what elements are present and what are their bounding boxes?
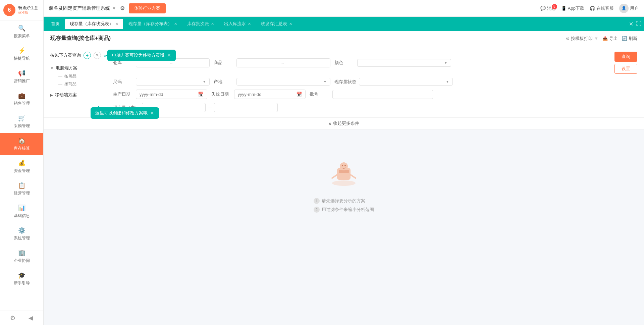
tab-collect-summary[interactable]: 收发存汇总表 ✕ [256,19,297,29]
sidebar-item-enterprise[interactable]: 🏢 企业协同 [0,245,43,268]
color-select[interactable]: ▼ [357,59,451,67]
user-avatar: 👤 [619,4,629,13]
goods-select[interactable]: ··· [236,58,330,67]
scheme-tooltip-text: 电脑方案可设为移动方案哦 [112,52,164,58]
basic-icon: 📊 [18,204,25,212]
sidebar-item-purchase[interactable]: 🛒 采购管理 [0,110,43,133]
header-settings-icon[interactable]: ⚙ [120,5,125,11]
sidebar-item-operations[interactable]: 📋 经营管理 [0,178,43,200]
collapse-label: 收起更多条件 [333,120,359,126]
tab-inventory-status[interactable]: 现存量（库存状况表） ✕ [65,19,123,29]
industry-btn[interactable]: 体验行业方案 [129,3,166,13]
main-content: 装备及固定资产辅助管理系统 ▼ ⚙ 体验行业方案 💬 消息 8 📱 App下载 [44,0,644,325]
scheme-tooltip-close[interactable]: ✕ [167,53,171,58]
system-title-select[interactable]: 装备及固定资产辅助管理系统 ▼ [49,5,116,11]
search-btn[interactable]: 查询 [614,52,637,62]
stock-main-end[interactable] [214,103,278,112]
tree-triangle-icon: ▼ [50,66,54,70]
tab-home[interactable]: 首页 [46,19,64,29]
edit-tooltip-close[interactable]: ✕ [150,110,154,116]
batch-no-input[interactable] [332,90,433,99]
tab-close-collect-summary[interactable]: ✕ [289,22,292,26]
scheme-tooltip: 电脑方案可设为移动方案哦 ✕ [107,50,176,61]
size-select[interactable]: ▼ [136,78,210,86]
settings-bottom-icon[interactable]: ⚙ [10,314,15,322]
user-label: 用户 [630,5,639,11]
collapse-btn[interactable]: ∧ 收起更多条件 [328,120,359,126]
tab-close-all-icon[interactable]: ✕ [629,21,633,27]
tab-maximize-icon[interactable]: ⛶ [636,21,641,27]
system-title: 装备及固定资产辅助管理系统 [49,5,110,11]
tab-close-inventory-status[interactable]: ✕ [115,22,118,26]
sub-dot: — [58,74,62,79]
export-btn[interactable]: 📤 导出 [602,36,618,42]
refresh-btn[interactable]: 🔄 刷新 [622,36,637,42]
filter-add-btn[interactable]: + [84,52,91,59]
tab-bar-actions: ✕ ⛶ [629,21,641,27]
scheme-mobile[interactable]: ▶ 移动端方案 [50,91,106,99]
sidebar-item-sales[interactable]: 💼 销售管理 [0,88,43,110]
empty-illustration [327,156,361,190]
sidebar-item-finance[interactable]: 💰 资金管理 [0,155,43,178]
online-support-btn[interactable]: 🎧 在线客服 [590,5,614,11]
stock-status-label: 现存量状态 [334,79,356,85]
expire-date-icon[interactable]: 📅 [296,92,302,97]
scheme-sub-anzhaopin[interactable]: — 按照品 [50,72,106,80]
tab-close-batch-account[interactable]: ✕ [211,22,214,26]
produce-date-start[interactable] [140,92,196,97]
collapse-sidebar-icon[interactable]: ◀ [29,314,33,322]
sidebar-item-inventory[interactable]: 🏠 库存核算 [0,133,43,155]
sidebar-item-basic[interactable]: 📊 基础信息 [0,200,43,223]
produce-date-input[interactable]: 📅 [136,90,207,99]
origin-arrow: ▼ [323,80,327,84]
print-btn[interactable]: 🖨 按模板打印 ▼ [565,36,598,42]
app-download-label: App下载 [568,5,584,11]
tab-close-in-out-flow[interactable]: ✕ [248,22,251,26]
top-header: 装备及固定资产辅助管理系统 ▼ ⚙ 体验行业方案 💬 消息 8 📱 App下载 [44,0,644,17]
sub-dot: — [58,82,62,87]
scheme-desktop[interactable]: ▼ 电脑端方案 [50,64,106,72]
sidebar-item-label: 搜索菜单 [14,33,30,39]
quicknav-icon: ⚡ [18,47,25,54]
online-support-label: 在线客服 [596,5,614,11]
sidebar-item-label: 企业协同 [14,258,30,264]
filter-row-3: 生产日期 📅 失效日期 [113,90,637,99]
user-btn[interactable]: 👤 用户 [619,4,639,13]
logo-badge: 标准版 [18,10,38,15]
tab-in-out-flow[interactable]: 出入库流水 ✕ [219,19,256,29]
sidebar-item-search[interactable]: 🔍 搜索菜单 [0,20,43,43]
expire-date-label: 失效日期 [211,91,231,97]
tab-label: 现存量（库存状况表） [70,21,113,27]
sidebar-item-label: 销售管理 [14,101,30,106]
finance-icon: 💰 [18,159,25,167]
batch-no-field[interactable] [336,92,429,97]
refresh-label: 刷新 [629,36,637,42]
stock-main-end-field[interactable] [218,105,274,110]
sidebar-item-system[interactable]: ⚙️ 系统管理 [0,223,43,245]
stock-status-select[interactable]: ▼ [359,78,453,86]
tab-inventory-dist[interactable]: 现存量（库存分布表） ✕ [124,19,182,29]
sidebar-item-label: 采购管理 [14,123,30,129]
origin-select[interactable]: ▼ [236,78,330,86]
svg-line-6 [332,175,337,178]
scheme-sub-anshangpin[interactable]: — 按商品 [50,80,106,88]
sidebar-item-marketing[interactable]: 📢 营销推广 [0,65,43,88]
sidebar-item-quicknav[interactable]: ⚡ 快捷导航 [0,43,43,65]
sidebar-item-guide[interactable]: 🎓 新手引导 [0,268,43,290]
tab-close-inventory-dist[interactable]: ✕ [174,22,177,26]
notification-wrap: 💬 消息 8 [540,5,556,11]
app-download-btn[interactable]: 📱 App下载 [561,5,584,11]
expire-date-input[interactable]: 📅 [234,90,306,99]
filter-edit-btn[interactable]: ✎ [94,52,101,59]
color-arrow: ▼ [444,61,447,65]
filter-item-batch-no: 批号 [310,90,433,99]
empty-state: 1 请先选择要分析的方案 2 用过滤条件来缩小分析范围 [44,129,644,241]
expire-date-start[interactable] [238,92,294,97]
filter-item-color: 颜色 ▼ [334,59,451,67]
produce-date-icon[interactable]: 📅 [198,92,204,97]
operations-icon: 📋 [18,182,25,189]
tab-batch-account[interactable]: 库存批次账 ✕ [182,19,219,29]
header-left: 装备及固定资产辅助管理系统 ▼ ⚙ 体验行业方案 [49,3,166,13]
logo-icon: 6 [3,4,15,16]
set-btn[interactable]: 设置 [614,64,637,74]
